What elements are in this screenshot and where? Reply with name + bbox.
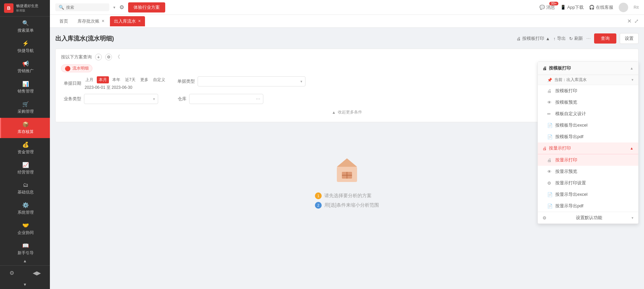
- filter-header: 按以下方案查询 + ⚙ 《: [61, 54, 633, 60]
- template-export-pdf-label: 按模板导出pdf: [555, 134, 583, 140]
- sidebar-item-label-collab: 企业协同: [18, 230, 34, 236]
- empty-illustration: [330, 153, 364, 187]
- export-button[interactable]: ↑ 导出: [553, 35, 566, 42]
- tab-inventory-batch-close-icon[interactable]: ✕: [101, 19, 105, 23]
- date-tab-this-month[interactable]: 本月: [97, 76, 109, 83]
- sidebar-item-purchase[interactable]: 🛒 采购管理: [0, 98, 50, 118]
- biz-type-select[interactable]: ▾: [84, 94, 158, 104]
- date-range-text: 2023-06-01 至 2023-06-30: [85, 85, 167, 90]
- filter-add-button[interactable]: +: [95, 54, 102, 60]
- filter-header-label: 按以下方案查询: [61, 54, 92, 60]
- dropdown-item-display-print-settings[interactable]: ⚙ 按显示打印设置: [538, 177, 638, 189]
- tab-warehouse-flow-close-icon[interactable]: ✕: [138, 19, 141, 23]
- collapse-icon[interactable]: ◀▶: [33, 270, 41, 276]
- template-section: 🖨 按模板打印 👁 按模板预览 ✏ 模板自定义设计 📄 按模板导出excel: [538, 85, 638, 142]
- printer-icon: 🖨: [517, 36, 521, 41]
- template-export-excel-icon: 📄: [547, 123, 553, 128]
- dropdown-header-chevron-icon[interactable]: ▲: [630, 66, 634, 70]
- sidebar-item-operations[interactable]: 📈 经营管理: [0, 158, 50, 179]
- refresh-button[interactable]: ↻ 刷新: [569, 35, 583, 42]
- dropdown-footer-settings[interactable]: ⚙ 设置默认功能 ▾: [538, 212, 638, 224]
- scroll-down-btn[interactable]: ▼: [22, 282, 28, 288]
- sidebar-item-marketing[interactable]: 📢 营销推广: [0, 57, 50, 77]
- search-input[interactable]: [66, 5, 100, 10]
- filter-scheme-tag[interactable]: 🔴 流水明细: [61, 64, 92, 72]
- empty-hints: 1 请先选择要分析的方案 2 用[选]条件来缩小分析范围: [315, 192, 379, 209]
- settings-button[interactable]: 设置: [620, 33, 639, 44]
- sidebar-item-label-system: 系统管理: [18, 210, 34, 215]
- warehouse-select[interactable]: ···: [189, 94, 263, 104]
- sidebar-item-sales[interactable]: 📊 销售管理: [0, 77, 50, 98]
- date-tab-7days[interactable]: 近7天: [124, 76, 137, 83]
- dropdown-title: 🖨 按模板打印: [543, 65, 571, 71]
- sidebar-item-label-purchase: 采购管理: [18, 109, 34, 114]
- export-icon: ↑: [553, 36, 556, 41]
- scroll-up-btn[interactable]: ▲: [22, 258, 28, 264]
- topbar-gear-icon[interactable]: ⚙: [119, 4, 124, 10]
- online-service-button[interactable]: 🎧 在线客服: [589, 4, 613, 10]
- app-download-button[interactable]: 📱 App下载: [560, 4, 584, 10]
- dropdown-item-template-print[interactable]: 🖨 按模板打印: [538, 85, 638, 97]
- filter-collapse-icon[interactable]: 《: [115, 54, 120, 60]
- search-chevron-icon[interactable]: ▾: [113, 5, 115, 10]
- dropdown-item-template-export-pdf[interactable]: 📄 按模板导出pdf: [538, 131, 638, 142]
- dropdown-item-template-custom[interactable]: ✏ 模板自定义设计: [538, 108, 638, 120]
- tab-inventory-batch[interactable]: 库存批次账 ✕: [74, 16, 109, 26]
- sidebar-item-label-sales: 销售管理: [18, 88, 34, 94]
- sidebar-item-system[interactable]: ⚙️ 系统管理: [0, 199, 50, 219]
- query-button[interactable]: 查询: [594, 33, 616, 44]
- scheme-icon: 🔴: [65, 66, 70, 71]
- tab-home[interactable]: 首页: [55, 16, 72, 26]
- settings-icon[interactable]: ⚙: [9, 270, 14, 276]
- dropdown-item-display-print[interactable]: 🖨 按显示打印: [538, 154, 638, 166]
- dropdown-item-display-export-excel[interactable]: 📄 按显示导出excel: [538, 189, 638, 200]
- display-print-icon: 🖨: [547, 158, 553, 163]
- date-tab-last-month[interactable]: 上月: [84, 76, 95, 83]
- warehouse-more-icon[interactable]: ···: [256, 96, 260, 102]
- date-tab-custom[interactable]: 自定义: [152, 76, 167, 83]
- sidebar-item-inventory[interactable]: 📦 库存核算: [0, 118, 50, 138]
- tab-warehouse-flow[interactable]: 出入库流水 ✕: [110, 16, 145, 26]
- dropdown-item-template-preview[interactable]: 👁 按模板预览: [538, 97, 638, 108]
- topbar: 🔍 ▾ ⚙ 体验行业方案 💬 消息 99+ 📱 App下载 🎧 在: [50, 0, 644, 15]
- export-label: 导出: [557, 35, 566, 42]
- dropdown-item-display-preview[interactable]: 👁 按显示预览: [538, 166, 638, 177]
- display-export-excel-icon: 📄: [547, 192, 553, 197]
- display-section-items: 🖨 按显示打印 👁 按显示预览 ⚙ 按显示打印设置 📄 按显示导出excel: [538, 154, 638, 212]
- search-icon: 🔍: [59, 5, 64, 10]
- date-tab-group: 上月 本月 本年 近7天 更多 自定义: [84, 76, 167, 83]
- print-dropdown-panel: 🖨 按模板打印 ▲ 📌 当前：出入库流水 ▾ 🖨: [537, 61, 639, 224]
- filter-settings-icon[interactable]: ⚙: [105, 54, 112, 60]
- sidebar-item-quick-nav[interactable]: ⚡ 快捷导航: [0, 37, 50, 57]
- sidebar-item-basic[interactable]: 🗂 基础信息: [0, 179, 50, 199]
- sidebar-item-collab[interactable]: 🤝 企业协同: [0, 219, 50, 239]
- sidebar-item-guide[interactable]: 📖 新手引导: [0, 239, 50, 257]
- display-section-chevron-icon[interactable]: ▲: [630, 146, 634, 150]
- date-tab-more[interactable]: 更多: [139, 76, 150, 83]
- display-section-header[interactable]: 🖨 按显示打印 ▲: [538, 142, 638, 154]
- template-print-icon: 🖨: [547, 88, 553, 94]
- collapse-up-icon: ▲: [332, 110, 336, 115]
- dropdown-item-display-export-pdf[interactable]: 📄 按显示导出pdf: [538, 200, 638, 212]
- date-label: 单据日期: [61, 80, 81, 86]
- sidebar-item-search[interactable]: 🔍 搜索菜单: [0, 17, 50, 37]
- sidebar-item-finance[interactable]: 💰 资金管理: [0, 138, 50, 158]
- print-template-button[interactable]: 🖨 按模板打印 ▲: [517, 35, 550, 42]
- more-actions-icon[interactable]: ···: [586, 35, 591, 42]
- biz-type-label: 业务类型: [61, 96, 81, 102]
- close-all-tabs-icon[interactable]: ✕: [627, 18, 632, 24]
- refresh-icon: ↻: [569, 36, 573, 41]
- page-title: 出入库流水(流水明细): [55, 34, 114, 43]
- topbar-search-box[interactable]: 🔍: [55, 3, 109, 11]
- maximize-icon[interactable]: ⤢: [634, 18, 639, 24]
- user-avatar[interactable]: [619, 3, 628, 12]
- dropdown-item-template-export-excel[interactable]: 📄 按模板导出excel: [538, 120, 638, 131]
- topbar-right-actions: 💬 消息 99+ 📱 App下载 🎧 在线客服 Rit: [539, 3, 639, 12]
- date-tab-this-year[interactable]: 本年: [111, 76, 122, 83]
- doc-type-select[interactable]: ▾: [198, 76, 305, 86]
- online-service-label: 在线客服: [596, 4, 613, 10]
- user-name[interactable]: Rit: [634, 5, 639, 10]
- industry-solution-button[interactable]: 体验行业方案: [128, 2, 165, 12]
- notifications-button[interactable]: 💬 消息 99+: [539, 4, 555, 10]
- tab-inventory-batch-label: 库存批次账: [78, 18, 99, 24]
